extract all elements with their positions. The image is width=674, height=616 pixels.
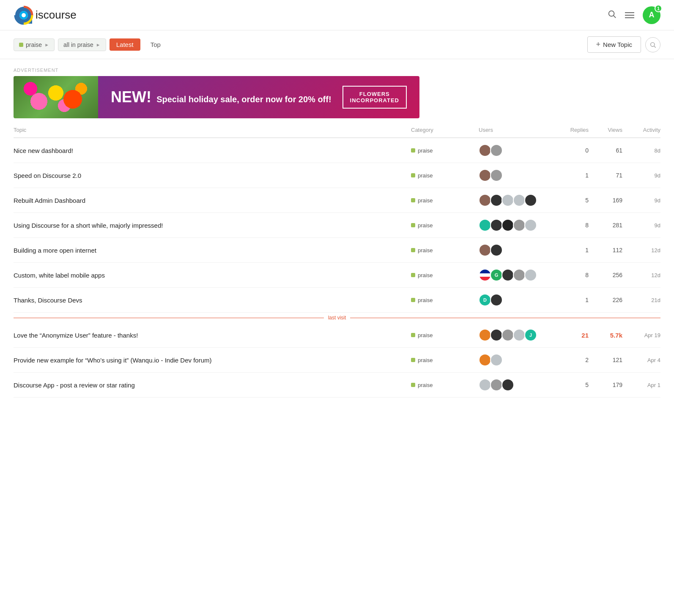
topic-title[interactable]: Provide new example for “Who’s using it”… [14, 357, 411, 364]
user-avatar[interactable] [479, 219, 491, 232]
svg-line-4 [614, 16, 616, 18]
svg-line-6 [654, 46, 656, 48]
tag-praise[interactable]: praise ► [14, 38, 55, 51]
user-avatar[interactable] [479, 144, 491, 157]
ad-flowers-image [14, 76, 98, 118]
tag-all-in-praise[interactable]: all in praise ► [58, 38, 106, 51]
views-cell: 61 [589, 147, 622, 154]
user-avatar[interactable] [479, 354, 491, 366]
ad-banner[interactable]: NEW! Special holiday sale, order now for… [14, 76, 419, 118]
views-cell: 121 [589, 357, 622, 363]
last-visit-line-right [350, 318, 660, 318]
table-row: Building a more open internetpraise11121… [14, 238, 660, 263]
activity-cell: 9d [622, 222, 660, 229]
user-avatar[interactable] [524, 194, 537, 207]
replies-cell: 8 [555, 222, 589, 229]
user-avatar[interactable] [513, 219, 526, 232]
user-avatar[interactable] [513, 194, 526, 207]
users-cell [479, 169, 555, 182]
topic-title[interactable]: Love the “Anonymize User” feature - than… [14, 332, 411, 339]
user-avatar[interactable] [490, 354, 503, 366]
topic-title[interactable]: Nice new dashboard! [14, 147, 411, 154]
header-activity: Activity [622, 127, 660, 133]
activity-cell: 21d [622, 297, 660, 303]
category-dot-icon [411, 248, 415, 252]
user-avatar[interactable] [490, 294, 503, 306]
user-avatar[interactable] [501, 194, 514, 207]
category-dot-icon [411, 223, 415, 227]
logo[interactable]: iscourse [14, 5, 77, 25]
users-cell [479, 354, 555, 366]
user-avatar[interactable] [479, 169, 491, 182]
user-avatar[interactable] [490, 379, 503, 391]
user-avatar[interactable] [490, 144, 503, 157]
category-dot-icon [411, 383, 415, 387]
user-avatar[interactable]: J [524, 329, 537, 341]
user-avatar[interactable] [490, 194, 503, 207]
user-avatar[interactable] [490, 169, 503, 182]
user-avatar[interactable] [513, 269, 526, 281]
views-cell: 71 [589, 172, 622, 179]
user-avatar[interactable] [501, 269, 514, 281]
user-avatar[interactable] [479, 194, 491, 207]
table-row: Custom, white label mobile appspraiseG82… [14, 263, 660, 288]
user-avatar[interactable] [524, 219, 537, 232]
topic-title[interactable]: Thanks, Discourse Devs [14, 297, 411, 304]
views-cell: 169 [589, 197, 622, 204]
topic-title[interactable]: Speed on Discourse 2.0 [14, 172, 411, 179]
users-cell: D [479, 294, 555, 306]
search-icon[interactable] [607, 9, 616, 21]
views-cell: 112 [589, 247, 622, 253]
all-in-label: all in praise [63, 41, 93, 48]
views-cell: 281 [589, 222, 622, 229]
hamburger-menu[interactable] [625, 12, 634, 18]
category-dot-icon [411, 173, 415, 177]
topic-title[interactable]: Building a more open internet [14, 247, 411, 254]
user-avatar[interactable] [513, 329, 526, 341]
new-topic-label: New Topic [603, 41, 632, 48]
user-avatar[interactable] [479, 269, 491, 281]
user-avatar[interactable] [501, 219, 514, 232]
category-name: praise [418, 197, 433, 204]
top-tab[interactable]: Top [144, 38, 167, 51]
new-topic-button[interactable]: + New Topic [587, 36, 641, 53]
user-avatar[interactable]: D [479, 294, 491, 306]
category-name: praise [418, 332, 433, 338]
user-avatar[interactable] [479, 379, 491, 391]
activity-cell: Apr 1 [622, 382, 660, 388]
header-replies: Replies [555, 127, 589, 133]
user-avatar[interactable] [524, 269, 537, 281]
activity-cell: 8d [622, 147, 660, 154]
ad-promo-area: NEW! Special holiday sale, order now for… [98, 76, 419, 118]
table-row: Rebuilt Admin Dashboardpraise51699d [14, 188, 660, 213]
topic-title[interactable]: Rebuilt Admin Dashboard [14, 197, 411, 204]
user-avatar[interactable] [479, 329, 491, 341]
latest-tab[interactable]: Latest [110, 38, 140, 51]
category-name: praise [418, 172, 433, 179]
user-avatar[interactable] [501, 329, 514, 341]
header: iscourse A 1 [0, 0, 674, 30]
category-name: praise [418, 382, 433, 388]
topic-title[interactable]: Discourse App - post a review or star ra… [14, 382, 411, 389]
views-cell: 5.7k [589, 332, 622, 339]
user-avatar-wrap[interactable]: A 1 [643, 6, 660, 24]
category-name: praise [418, 222, 433, 229]
ad-promo-desc: Special holiday sale, order now for 20% … [156, 95, 331, 104]
topic-title[interactable]: Using Discourse for a short while, major… [14, 222, 411, 229]
table-row: Nice new dashboard!praise0618d [14, 138, 660, 163]
user-avatar[interactable] [490, 244, 503, 256]
topic-title[interactable]: Custom, white label mobile apps [14, 272, 411, 279]
logo-text: iscourse [36, 8, 77, 22]
user-avatar[interactable] [479, 244, 491, 256]
category-cell: praise [411, 382, 479, 388]
user-avatar[interactable]: G [490, 269, 503, 281]
small-search-button[interactable] [645, 37, 660, 52]
user-avatar[interactable] [490, 219, 503, 232]
user-avatar[interactable] [490, 329, 503, 341]
category-name: praise [418, 357, 433, 363]
category-dot-icon [411, 358, 415, 362]
table-row: Speed on Discourse 2.0praise1719d [14, 163, 660, 188]
activity-cell: 12d [622, 272, 660, 278]
table-row: Discourse App - post a review or star ra… [14, 373, 660, 398]
user-avatar[interactable] [501, 379, 514, 391]
